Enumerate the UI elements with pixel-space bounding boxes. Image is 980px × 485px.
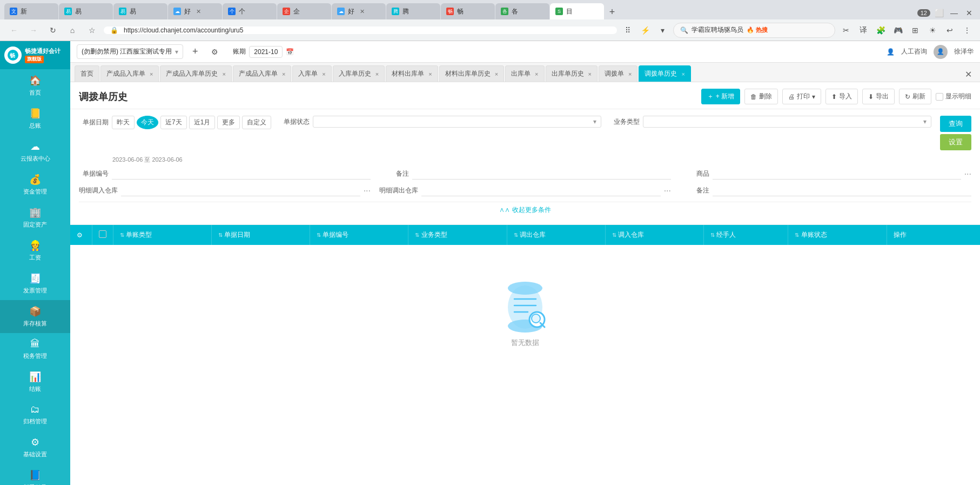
- page-tab-close-4[interactable]: ×: [322, 71, 325, 77]
- page-tab-close-11[interactable]: ×: [681, 71, 684, 77]
- date-btn-more[interactable]: 更多: [217, 116, 240, 129]
- sidebar-item-home[interactable]: 🏠 首页: [0, 69, 70, 102]
- tab-close-7[interactable]: ✕: [360, 8, 365, 15]
- browser-tab-2[interactable]: 易 易: [59, 3, 113, 19]
- delete-button[interactable]: 🗑 删除: [744, 89, 778, 104]
- company-selector[interactable]: (勿删勿禁用) 江西服宝测试专用 ▾: [77, 44, 183, 59]
- browser-tab-11[interactable]: S 目: [550, 3, 604, 19]
- user-avatar[interactable]: 👤: [934, 45, 948, 59]
- detail-in-input[interactable]: [121, 185, 360, 196]
- refresh-browser-button[interactable]: ↻: [45, 23, 61, 38]
- page-tab-transfer[interactable]: 调拨单 ×: [599, 65, 637, 82]
- biz-type-select[interactable]: ▾: [643, 116, 931, 128]
- sidebar-item-finance[interactable]: 💰 资金管理: [0, 168, 70, 201]
- page-tab-close-3[interactable]: ×: [282, 71, 285, 77]
- page-tab-finished-in2[interactable]: 产成品入库单 ×: [233, 65, 291, 82]
- close-all-tabs-btn[interactable]: ✕: [961, 67, 976, 82]
- col-out-warehouse[interactable]: ⇅ 调出仓库: [507, 225, 605, 245]
- date-btn-custom[interactable]: 自定义: [242, 116, 271, 129]
- close-browser-icon[interactable]: ✕: [963, 6, 976, 19]
- page-tab-close-2[interactable]: ×: [222, 71, 225, 77]
- remark-input[interactable]: [412, 168, 671, 180]
- set-button[interactable]: 设置: [940, 134, 971, 150]
- date-btn-1month[interactable]: 近1月: [189, 116, 216, 129]
- browser-tab-5[interactable]: 个 个: [223, 3, 277, 19]
- note-input[interactable]: [713, 185, 971, 196]
- col-doc-date[interactable]: ⇅ 单据日期: [211, 225, 310, 245]
- page-tab-outstock-hist[interactable]: 出库单历史 ×: [546, 65, 598, 82]
- page-tab-matout-hist[interactable]: 材料出库单历史 ×: [439, 65, 504, 82]
- page-tab-close-8[interactable]: ×: [535, 71, 538, 77]
- print-button[interactable]: 🖨 打印 ▾: [782, 89, 821, 104]
- grid-icon[interactable]: ⊞: [909, 24, 922, 37]
- display-toggle[interactable]: 显示明细: [936, 92, 971, 101]
- period-value[interactable]: 2021-10: [249, 46, 283, 58]
- lightning-icon[interactable]: ⚡: [639, 24, 652, 37]
- page-tab-home[interactable]: 首页: [75, 65, 99, 82]
- detail-out-more[interactable]: ···: [664, 186, 671, 196]
- browser-tab-3[interactable]: 易 易: [113, 3, 167, 19]
- forward-button[interactable]: →: [26, 23, 41, 38]
- sidebar-item-settings[interactable]: ⚙ 基础设置: [0, 431, 70, 464]
- calendar-icon[interactable]: 📅: [286, 48, 294, 56]
- browser-tab-1[interactable]: 文 新: [4, 3, 58, 19]
- export-button[interactable]: ⬇ 导出: [862, 89, 895, 104]
- browser-tab-10[interactable]: 各 各: [495, 3, 549, 19]
- status-select[interactable]: ▾: [313, 116, 601, 128]
- sidebar-item-close[interactable]: 📊 结账: [0, 366, 70, 398]
- docno-input[interactable]: [112, 168, 371, 180]
- sidebar-item-guide[interactable]: 📘 新手引导: [0, 464, 70, 485]
- extension2-icon[interactable]: 🎮: [891, 24, 904, 37]
- refresh-button[interactable]: ↻ 刷新: [899, 89, 931, 104]
- browser-search[interactable]: 🔍 学霸应聘场驱鸟员 🔥 热搜: [673, 23, 835, 38]
- collapse-bar[interactable]: ∧∧ 收起更多条件: [79, 202, 971, 218]
- browser-tab-9[interactable]: 畅 畅: [441, 3, 495, 19]
- browser-tab-6[interactable]: 企 企: [277, 3, 331, 19]
- col-in-warehouse[interactable]: ⇅ 调入仓库: [605, 225, 703, 245]
- date-btn-today[interactable]: 今天: [137, 116, 158, 129]
- header-checkbox[interactable]: [99, 230, 106, 238]
- page-tab-close-5[interactable]: ×: [375, 71, 379, 77]
- page-tab-finished-in-close[interactable]: ×: [150, 71, 153, 77]
- dropdown-icon[interactable]: ▾: [656, 24, 669, 37]
- page-tab-close-7[interactable]: ×: [495, 71, 498, 77]
- translate-icon[interactable]: 译: [857, 24, 870, 37]
- col-biz-type[interactable]: ⇅ 业务类型: [408, 225, 507, 245]
- url-bar[interactable]: 🔒 https://cloud.chanjet.com/accounting/u…: [104, 26, 617, 34]
- bookmark-button[interactable]: ☆: [84, 23, 99, 38]
- detail-in-more[interactable]: ···: [364, 186, 371, 196]
- import-button[interactable]: ⬆ 导入: [825, 89, 858, 104]
- date-btn-yesterday[interactable]: 昨天: [112, 116, 135, 129]
- browser-tab-8[interactable]: 腾 腾: [386, 3, 440, 19]
- extensions-icon[interactable]: ⠿: [621, 24, 634, 37]
- extension1-icon[interactable]: 🧩: [874, 24, 887, 37]
- page-tab-close-9[interactable]: ×: [588, 71, 592, 77]
- query-button[interactable]: 查询: [940, 116, 971, 132]
- col-settings[interactable]: ⚙: [70, 225, 92, 245]
- sidebar-item-report[interactable]: ☁ 云报表中心: [0, 135, 70, 168]
- page-tab-matout[interactable]: 材料出库单 ×: [386, 65, 438, 82]
- scissors-icon[interactable]: ✂: [840, 24, 853, 37]
- browser-tab-4[interactable]: ☁ 好 ✕: [168, 3, 222, 19]
- page-tab-transfer-hist[interactable]: 调拨单历史 ×: [639, 65, 690, 82]
- sidebar-item-archive[interactable]: 🗂 归档管理: [0, 398, 70, 431]
- col-checkbox[interactable]: [92, 225, 113, 245]
- col-doc-type[interactable]: ⇅ 单账类型: [113, 225, 211, 245]
- restore-icon[interactable]: ⬜: [932, 6, 945, 19]
- new-button[interactable]: ＋ + 新增: [701, 89, 740, 104]
- consult-label[interactable]: 人工咨询: [901, 47, 927, 56]
- col-doc-no[interactable]: ⇅ 单据编号: [310, 225, 408, 245]
- back-button[interactable]: ←: [6, 23, 22, 38]
- new-tab-button[interactable]: +: [605, 4, 620, 19]
- page-tab-finished-in-hist[interactable]: 产成品入库单历史 ×: [160, 65, 231, 82]
- goods-more-icon[interactable]: ···: [964, 169, 971, 179]
- page-tab-instock-hist[interactable]: 入库单历史 ×: [333, 65, 385, 82]
- col-doc-status[interactable]: ⇅ 单账状态: [788, 225, 887, 245]
- sidebar-item-invoice[interactable]: 🧾 发票管理: [0, 267, 70, 300]
- sidebar-item-tax[interactable]: 🏛 税务管理: [0, 333, 70, 366]
- more-browser-icon[interactable]: ⋮: [961, 24, 974, 37]
- sidebar-item-salary[interactable]: 👷 工资: [0, 234, 70, 267]
- page-tab-outstock[interactable]: 出库单 ×: [505, 65, 544, 82]
- browser-tab-7[interactable]: ☁ 好 ✕: [332, 3, 386, 19]
- goods-input[interactable]: [713, 168, 961, 180]
